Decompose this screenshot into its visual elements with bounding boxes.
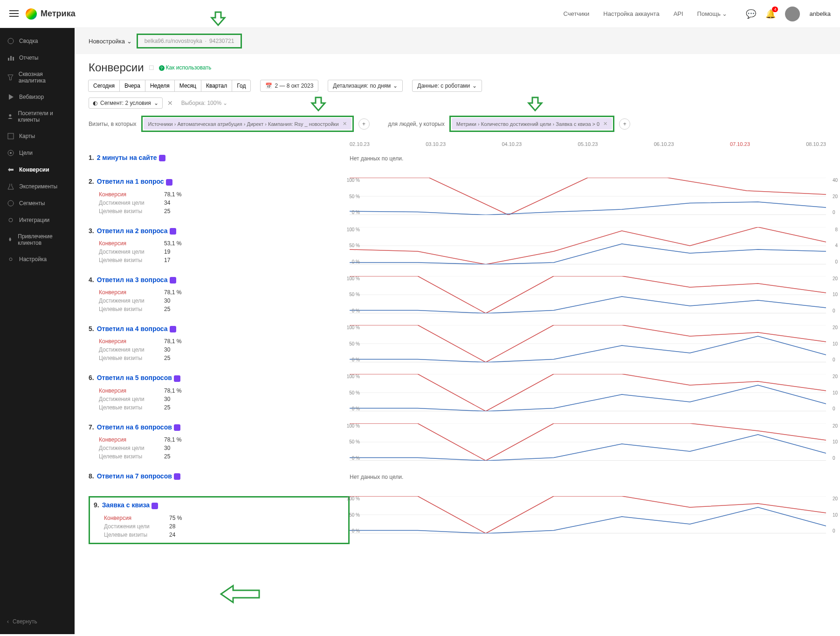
goal-link[interactable]: Ответил на 3 вопроса xyxy=(97,276,168,283)
period-quarter[interactable]: Квартал xyxy=(201,80,232,92)
stat-conversion-label: Конверсия xyxy=(99,338,164,345)
top-nav: Счетчики Настройка аккаунта API Помощь ⌄ xyxy=(564,10,728,17)
nav-account[interactable]: Настройка аккаунта xyxy=(603,10,659,17)
info-icon[interactable] xyxy=(151,503,158,509)
goal-link[interactable]: Ответил на 1 вопрос xyxy=(97,178,164,185)
chevron-down-icon: ⌄ xyxy=(154,100,158,106)
bookmark-icon[interactable]: ☐ xyxy=(149,64,154,71)
info-icon[interactable] xyxy=(170,326,176,332)
goal-link[interactable]: Заявка с квиза xyxy=(102,501,150,509)
sidebar-webvisor[interactable]: Вебвизор xyxy=(0,89,75,105)
sidebar-collapse[interactable]: ‹Свернуть xyxy=(7,618,37,625)
goal-link[interactable]: Ответил на 4 вопроса xyxy=(97,325,168,332)
goal-row: 9.Заявка с квиза Конверсия75 % Достижени… xyxy=(89,496,826,544)
fire-icon xyxy=(7,236,13,243)
annotation-arrow-down-icon xyxy=(527,96,544,112)
filter-chip-source[interactable]: Источники › Автоматическая атрибуция › Д… xyxy=(144,118,351,130)
y-axis-left: 100 %50 %0 % xyxy=(346,374,360,411)
gauge-icon xyxy=(7,37,14,45)
line-chart: 100 %50 %0 % 840 xyxy=(350,227,826,264)
stat-goals-value: 30 xyxy=(164,396,192,402)
segment-pill[interactable]: ◐ Сегмент: 2 условия ⌄ xyxy=(89,97,163,109)
project-dropdown[interactable]: Новостройка ⌄ xyxy=(89,38,132,45)
info-icon[interactable] xyxy=(174,424,180,431)
y-axis-left: 100 %50 %0 % xyxy=(346,325,360,362)
site-url[interactable]: belka96.ru/novostroyka xyxy=(145,38,202,44)
sidebar-maps[interactable]: Карты xyxy=(0,128,75,145)
sidebar-experiments[interactable]: Эксперименты xyxy=(0,178,75,195)
sample-dropdown[interactable]: Выборка: 100% ⌄ xyxy=(178,98,232,108)
sidebar-segments[interactable]: Сегменты xyxy=(0,195,75,212)
stat-visits-label: Целевые визиты xyxy=(104,532,169,538)
info-icon[interactable] xyxy=(170,277,176,283)
stat-goals-value: 30 xyxy=(164,346,192,353)
main: Новостройка ⌄ belka96.ru/novostroyka · 9… xyxy=(75,28,840,634)
date-range-picker[interactable]: 📅2 — 8 окт 2023 xyxy=(260,80,318,92)
close-icon[interactable]: ✕ xyxy=(603,121,607,127)
howto-link[interactable]: ?Как использовать xyxy=(159,64,212,71)
bell-icon[interactable]: 🔔4 xyxy=(765,9,776,19)
sidebar-reports[interactable]: Отчеты xyxy=(0,49,75,66)
chevron-down-icon: ⌄ xyxy=(722,10,727,17)
goal-chart-area: 100 %50 %0 % 840 xyxy=(350,227,826,264)
close-icon[interactable]: ✕ xyxy=(343,121,347,127)
topbar-right: 💬 🔔4 anbelka xyxy=(746,7,831,21)
goal-link[interactable]: Ответил на 5 вопросов xyxy=(97,374,172,381)
sidebar-acquisition[interactable]: Привлечение клиентов xyxy=(0,228,75,251)
info-icon[interactable] xyxy=(174,375,180,382)
question-icon: ? xyxy=(159,65,165,71)
period-month[interactable]: Месяц xyxy=(174,80,201,92)
period-year[interactable]: Год xyxy=(232,80,251,92)
y-axis-left: 100 %50 %0 % xyxy=(346,227,360,264)
annotation-arrow-left-icon xyxy=(219,584,261,604)
nav-api[interactable]: API xyxy=(674,10,683,17)
sidebar-goals[interactable]: Цели xyxy=(0,145,75,161)
logo[interactable]: Метрика xyxy=(26,8,76,20)
detail-dropdown[interactable]: Детализация: по дням ⌄ xyxy=(328,80,403,92)
y-axis-right: 20100 xyxy=(833,325,838,362)
sidebar-conversions[interactable]: Конверсии xyxy=(0,161,75,178)
stat-conversion-label: Конверсия xyxy=(99,191,164,198)
info-icon[interactable] xyxy=(174,473,180,480)
goal-chart-area: Нет данных по цели. xyxy=(350,154,826,166)
site-id-box: belka96.ru/novostroyka · 94230721 xyxy=(137,34,242,48)
goal-row: 2.Ответил на 1 вопрос Конверсия78,1 % До… xyxy=(89,178,826,215)
line-chart: 100 %50 %0 % 20100 xyxy=(350,496,826,533)
nav-counters[interactable]: Счетчики xyxy=(564,10,590,17)
add-filter-people[interactable]: + xyxy=(619,118,630,130)
info-icon[interactable] xyxy=(166,179,172,186)
info-icon[interactable] xyxy=(159,155,165,161)
sidebar-integrations[interactable]: Интеграции xyxy=(0,212,75,228)
conversion-icon xyxy=(7,166,14,173)
svg-rect-2 xyxy=(10,56,12,61)
filter-chip-metric[interactable]: Метрики › Количество достижений цели › З… xyxy=(452,118,613,130)
goal-link[interactable]: 2 минуты на сайте xyxy=(97,154,157,161)
sidebar-visitors[interactable]: Посетители и клиенты xyxy=(0,105,75,128)
info-icon[interactable] xyxy=(170,228,176,235)
stat-conversion-value: 78,1 % xyxy=(164,338,192,345)
sidebar-settings[interactable]: Настройка xyxy=(0,251,75,268)
period-today[interactable]: Сегодня xyxy=(88,80,120,92)
goal-link[interactable]: Ответил на 6 вопросов xyxy=(97,423,172,431)
period-week[interactable]: Неделя xyxy=(145,80,175,92)
goal-link[interactable]: Ответил на 2 вопроса xyxy=(97,227,168,235)
sidebar-analytics[interactable]: Сквозная аналитика xyxy=(0,66,75,89)
goal-link[interactable]: Ответил на 7 вопросов xyxy=(97,472,172,480)
avatar[interactable] xyxy=(785,7,800,21)
sidebar-summary[interactable]: Сводка xyxy=(0,33,75,49)
nav-help[interactable]: Помощь ⌄ xyxy=(697,10,728,17)
stat-conversion-value: 78,1 % xyxy=(164,387,192,394)
add-filter-visits[interactable]: + xyxy=(358,118,370,130)
data-source-dropdown[interactable]: Данные: с роботами ⌄ xyxy=(412,80,482,92)
brand-text: Метрика xyxy=(41,9,76,19)
stat-goals-label: Достижения цели xyxy=(104,523,169,530)
breadcrumb: Новостройка ⌄ belka96.ru/novostroyka · 9… xyxy=(75,28,840,54)
chat-icon[interactable]: 💬 xyxy=(746,9,756,19)
menu-toggle[interactable] xyxy=(9,10,19,18)
segment-clear[interactable]: ✕ xyxy=(167,99,173,107)
goal-chart-area: 100 %50 %0 % 40200 xyxy=(350,178,826,215)
username[interactable]: anbelka xyxy=(809,10,831,17)
goal-row: 8.Ответил на 7 вопросовНет данных по цел… xyxy=(89,472,826,484)
period-yesterday[interactable]: Вчера xyxy=(119,80,145,92)
goal-chart-area: 100 %50 %0 % 20100 xyxy=(350,423,826,461)
